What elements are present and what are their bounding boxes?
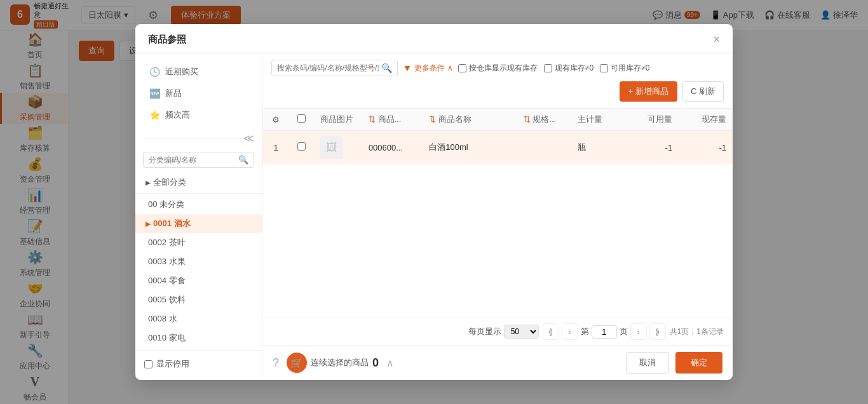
cat-item-fruit[interactable]: 0003 水果 bbox=[135, 252, 262, 271]
product-search-box: 🔍 bbox=[271, 60, 398, 76]
cat-separator bbox=[135, 193, 262, 194]
cat-label-beverage: 0005 饮料 bbox=[148, 294, 186, 306]
col-header-stock: 现存量 bbox=[679, 109, 733, 131]
check-avail-nonzero[interactable]: 可用库存≠0 bbox=[600, 63, 649, 74]
sort-icon-spec: ⇅ bbox=[524, 114, 531, 124]
nav-label-frequent: 频次高 bbox=[165, 109, 190, 121]
check-stock-nonzero[interactable]: 现有库存≠0 bbox=[544, 63, 593, 74]
cat-item-water[interactable]: 0008 水 bbox=[135, 309, 262, 328]
row-spec bbox=[517, 131, 571, 165]
cart-area: 🛒 连续选择的商品 0 bbox=[287, 353, 379, 373]
page-nav: ⟪ ‹ 第 页 › ⟫ bbox=[543, 323, 666, 340]
per-page-dropdown[interactable]: 50 100 200 bbox=[504, 325, 539, 339]
table-row[interactable]: 1 🖼 000600... 白酒100ml 瓶 bbox=[262, 131, 733, 165]
table-header-row: ⚙ 商品图片 ⇅ 商品... ⇅ 商品名称 bbox=[262, 109, 733, 131]
toolbar-btns: + 新增商品 C 刷新 bbox=[620, 81, 724, 102]
per-page-select: 每页显示 50 100 200 bbox=[468, 325, 539, 339]
show-disabled-checkbox[interactable] bbox=[144, 360, 153, 368]
check-stock-nonzero-label: 现有库存≠0 bbox=[555, 63, 593, 74]
modal-sidebar-search: 🔍 bbox=[143, 152, 254, 168]
col-header-check[interactable] bbox=[289, 109, 313, 131]
nav-item-recent[interactable]: 🕒 近期购买 bbox=[143, 62, 254, 81]
nav-label-recent: 近期购买 bbox=[165, 66, 198, 77]
check-by-warehouse-label: 按仓库显示现有库存 bbox=[469, 63, 538, 74]
toolbar-checks: 按仓库显示现有库存 现有库存≠0 可用库存≠0 bbox=[458, 63, 650, 74]
pagination: 每页显示 50 100 200 ⟪ ‹ 第 bbox=[262, 318, 733, 345]
add-product-btn[interactable]: + 新增商品 bbox=[620, 81, 677, 102]
filter-btn[interactable]: ▼ 更多条件 ∧ bbox=[403, 63, 453, 74]
row-code: 000600... bbox=[362, 131, 423, 165]
search-icon[interactable]: 🔍 bbox=[381, 63, 392, 73]
cat-label-liquor: 0001 酒水 bbox=[153, 218, 191, 229]
page-input[interactable] bbox=[592, 325, 617, 339]
sort-icon-name: ⇅ bbox=[429, 114, 436, 124]
cat-item-appliance[interactable]: 0010 家电 bbox=[135, 328, 262, 347]
prev-page-btn[interactable]: ‹ bbox=[562, 323, 578, 340]
row-img: 🖼 bbox=[314, 131, 362, 165]
modal-overlay: 商品参照 × 🕒 近期购买 🆕 bbox=[0, 0, 868, 404]
star-icon: ⭐ bbox=[149, 110, 160, 120]
cart-label: 连续选择的商品 bbox=[311, 357, 369, 368]
nav-item-new[interactable]: 🆕 新品 bbox=[143, 84, 254, 103]
col-header-unit: 主计量 bbox=[571, 109, 618, 131]
check-avail-nonzero-input[interactable] bbox=[600, 64, 608, 72]
cat-label-all: 全部分类 bbox=[153, 177, 186, 188]
row-avail: -1 bbox=[618, 131, 679, 165]
chevron-icon: ∧ bbox=[447, 64, 453, 72]
row-num: 1 bbox=[262, 131, 289, 165]
cat-item-snack[interactable]: 0004 零食 bbox=[135, 271, 262, 290]
check-stock-nonzero-input[interactable] bbox=[544, 64, 552, 72]
product-table-wrap: ⚙ 商品图片 ⇅ 商品... ⇅ 商品名称 bbox=[262, 109, 733, 318]
collapse-icon[interactable]: ≪ bbox=[241, 130, 257, 147]
footer-btns: 取消 确定 bbox=[626, 352, 722, 374]
new-icon: 🆕 bbox=[149, 88, 160, 98]
select-all-checkbox[interactable] bbox=[297, 114, 306, 123]
show-disabled-label: 显示停用 bbox=[156, 358, 189, 370]
modal-body: 🕒 近期购买 🆕 新品 ⭐ 频次高 bbox=[135, 53, 733, 380]
confirm-btn[interactable]: 确定 bbox=[675, 352, 722, 374]
row-check[interactable] bbox=[289, 131, 313, 165]
search-icon[interactable]: 🔍 bbox=[238, 155, 248, 165]
cat-item-all[interactable]: ▶ 全部分类 bbox=[135, 173, 262, 192]
modal-header: 商品参照 × bbox=[135, 24, 733, 53]
last-page-btn[interactable]: ⟫ bbox=[649, 323, 666, 340]
check-by-warehouse-input[interactable] bbox=[458, 64, 466, 72]
check-by-warehouse[interactable]: 按仓库显示现有库存 bbox=[458, 63, 538, 74]
nav-item-frequent[interactable]: ⭐ 频次高 bbox=[143, 105, 254, 125]
cat-item-liquor[interactable]: ▶ 0001 酒水 bbox=[135, 214, 262, 233]
cancel-btn[interactable]: 取消 bbox=[626, 352, 669, 374]
row-checkbox[interactable] bbox=[297, 142, 306, 151]
refresh-btn[interactable]: C 刷新 bbox=[682, 81, 724, 102]
col-header-code[interactable]: ⇅ 商品... bbox=[362, 109, 423, 131]
page-label: 第 bbox=[581, 326, 589, 337]
col-header-img: 商品图片 bbox=[314, 109, 362, 131]
nav-label-new: 新品 bbox=[165, 88, 182, 99]
col-header-spec[interactable]: ⇅ 规格... bbox=[517, 109, 571, 131]
content-area: 查询 设置 商品参照 × 🕒 bbox=[69, 30, 868, 404]
cart-count: 0 bbox=[372, 356, 379, 370]
page-suffix: 页 bbox=[620, 326, 628, 337]
col-header-settings[interactable]: ⚙ bbox=[262, 109, 289, 131]
category-list: ▶ 全部分类 00 未分类 ▶ 0001 酒水 bbox=[135, 173, 262, 350]
page-info: 共1页，1条记录 bbox=[670, 327, 724, 337]
cat-item-beverage[interactable]: 0005 饮料 bbox=[135, 290, 262, 309]
cat-item-uncategorized[interactable]: 00 未分类 bbox=[135, 195, 262, 214]
col-header-name[interactable]: ⇅ 商品名称 bbox=[423, 109, 517, 131]
sort-icon: ⇅ bbox=[369, 114, 376, 124]
collapse-icon[interactable]: ∧ bbox=[386, 357, 394, 369]
next-page-btn[interactable]: › bbox=[630, 323, 647, 340]
modal-title: 商品参照 bbox=[148, 34, 186, 46]
sidebar-divider: ≪ bbox=[135, 130, 262, 149]
close-icon[interactable]: × bbox=[713, 33, 720, 46]
first-page-btn[interactable]: ⟪ bbox=[543, 323, 559, 340]
product-search-input[interactable] bbox=[277, 64, 379, 72]
row-stock: -1 bbox=[679, 131, 733, 165]
cat-item-tea[interactable]: 0002 茶叶 bbox=[135, 233, 262, 252]
category-search-input[interactable] bbox=[149, 156, 236, 165]
cart-icon: 🛒 bbox=[287, 353, 307, 373]
help-icon[interactable]: ? bbox=[273, 356, 279, 370]
product-image: 🖼 bbox=[320, 136, 343, 159]
filter-label: 更多条件 bbox=[414, 63, 445, 74]
modal-toolbar: 🔍 ▼ 更多条件 ∧ 按仓库显示现有库存 bbox=[262, 53, 733, 109]
cat-label-snack: 0004 零食 bbox=[148, 275, 186, 286]
